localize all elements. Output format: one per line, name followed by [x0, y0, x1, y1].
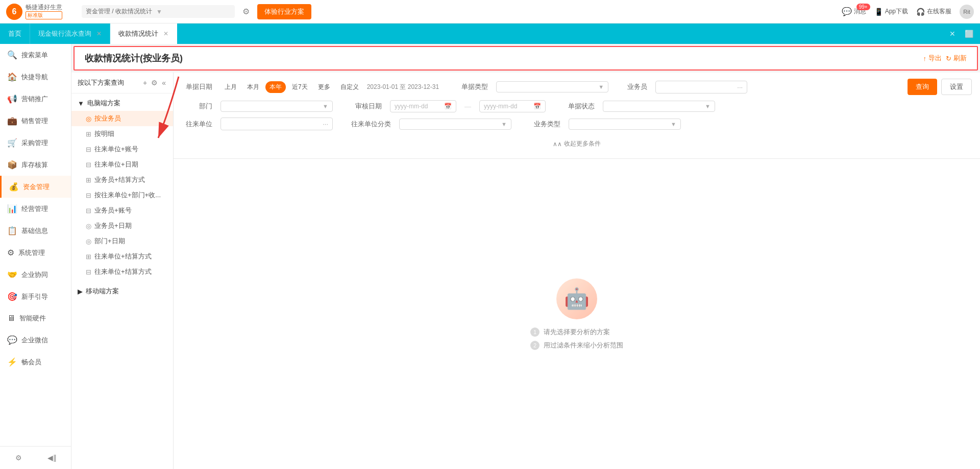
sidebar-item-sales[interactable]: 💼 销售管理 — [0, 110, 71, 132]
purchase-icon: 🛒 — [7, 138, 17, 148]
counterpart-category-label: 往来单位分类 — [351, 120, 391, 129]
counterpart-select[interactable]: ··· — [220, 118, 333, 130]
settings-icon[interactable]: ⚙ — [239, 5, 253, 19]
system-icon: ⚙ — [7, 248, 14, 257]
sidebar-item-inventory[interactable]: 📦 库存核算 — [0, 154, 71, 176]
scheme-settings-button[interactable]: ⚙ — [150, 78, 159, 88]
filter-settings-button[interactable]: 设置 — [941, 79, 972, 95]
tab-home[interactable]: 首页 — [0, 24, 30, 44]
app-download-button[interactable]: 📱 App下载 — [874, 7, 908, 16]
dept-chevron: ▼ — [323, 103, 328, 109]
logo-icon: 6 — [6, 4, 22, 20]
calendar-icon: 📅 — [444, 103, 452, 110]
tree-item-by-salesperson[interactable]: ◎ 按业务员 — [71, 111, 173, 126]
message-button[interactable]: 💬 99+ 消息 — [842, 7, 866, 16]
salesperson-label: 业务员 — [617, 82, 647, 91]
sp-date-icon: ◎ — [86, 222, 91, 230]
date-tab-7days[interactable]: 近7天 — [288, 81, 312, 93]
cp-date-icon: ⊟ — [86, 161, 91, 169]
sidebar-item-shortcut[interactable]: 🏠 快捷导航 — [0, 66, 71, 88]
audit-date-from[interactable]: yyyy-mm-dd 📅 — [390, 100, 456, 112]
voucher-type-select[interactable]: ▼ — [496, 81, 608, 92]
dept-select[interactable]: ▼ — [220, 101, 333, 112]
sidebar-item-basic[interactable]: 📋 基础信息 — [0, 220, 71, 242]
avatar[interactable]: Rit — [960, 5, 974, 19]
page-actions: ↑ 导出 ↻ 刷新 — [923, 54, 967, 63]
tab-close-window[interactable]: ✕ — [945, 27, 960, 41]
home-icon: 🏠 — [7, 72, 17, 82]
tree-item-counterpart-settle2[interactable]: ⊟ 往来单位+结算方式 — [71, 264, 173, 279]
tab-maximize[interactable]: ⬜ — [962, 27, 976, 41]
sidebar-item-member[interactable]: ⚡ 畅会员 — [0, 351, 71, 373]
basic-icon: 📋 — [7, 226, 17, 236]
tree-item-salesperson-settle[interactable]: ⊞ 业务员+结算方式 — [71, 172, 173, 187]
collapse-button[interactable]: ∧∧ 收起更多条件 — [182, 135, 972, 152]
sidebar-item-guide[interactable]: 🎯 新手引导 — [0, 286, 71, 308]
filter-actions: 查询 设置 — [908, 79, 972, 95]
left-panel: 按以下方案查询 + ⚙ « ▼ 电脑端方案 ◎ 按业务员 — [71, 73, 174, 469]
panel-inner: 按以下方案查询 + ⚙ « ▼ 电脑端方案 ◎ 按业务员 — [71, 73, 980, 469]
tab-bank-close[interactable]: ✕ — [96, 30, 102, 37]
mobile-group-header[interactable]: ▶ 移动端方案 — [71, 284, 173, 299]
date-tab-custom[interactable]: 自定义 — [336, 81, 363, 93]
tree-item-salesperson-account[interactable]: ⊟ 业务员+账号 — [71, 203, 173, 218]
voucher-status-select[interactable]: ▼ — [603, 101, 715, 112]
tab-right-buttons: ✕ ⬜ — [945, 27, 980, 41]
online-service-button[interactable]: 🎧 在线客服 — [916, 7, 951, 16]
trial-button[interactable]: 体验行业方案 — [257, 4, 311, 19]
sidebar-settings-btn[interactable]: ⚙ — [4, 451, 34, 465]
desktop-group: ▼ 电脑端方案 ◎ 按业务员 ⊞ 按明细 ⊟ 往来单位+账号 — [71, 93, 173, 282]
page-title: 收款情况统计(按业务员) — [85, 52, 183, 64]
tab-bank[interactable]: 现金银行流水查询 ✕ — [30, 24, 110, 44]
export-button[interactable]: ↑ 导出 — [923, 54, 942, 63]
sidebar-item-system[interactable]: ⚙ 系统管理 — [0, 242, 71, 264]
tab-receipt-close[interactable]: ✕ — [163, 30, 168, 37]
logo-area: 6 畅捷通好生意 标准版 — [6, 4, 78, 20]
dept-date-icon: ◎ — [86, 238, 91, 245]
breadcrumb[interactable]: 资金管理 / 收款情况统计 ▼ — [82, 5, 235, 18]
date-separator: — — [464, 103, 471, 110]
date-tab-this-month[interactable]: 本月 — [243, 81, 263, 93]
tree-item-counterpart-settle1[interactable]: ⊞ 往来单位+结算方式 — [71, 249, 173, 264]
sidebar-item-finance[interactable]: 💰 资金管理 — [0, 176, 71, 198]
sidebar-item-wechat[interactable]: 💬 企业微信 — [0, 329, 71, 351]
counterpart-label: 往来单位 — [182, 120, 212, 129]
salesperson-select[interactable]: ··· — [655, 81, 747, 93]
sidebar-item-corp[interactable]: 🤝 企业协同 — [0, 264, 71, 286]
tree-item-counterpart-dept[interactable]: ⊟ 按往来单位+部门+收... — [71, 187, 173, 203]
audit-date-label: 审核日期 — [351, 102, 382, 111]
tree-item-salesperson-date[interactable]: ◎ 业务员+日期 — [71, 218, 173, 233]
sidebar-collapse-btn[interactable]: ◀‖ — [38, 451, 67, 465]
sidebar-item-marketing[interactable]: 📢 营销推广 — [0, 88, 71, 110]
counterpart-category-select[interactable]: ▼ — [399, 119, 511, 130]
sidebar-item-operation[interactable]: 📊 经营管理 — [0, 198, 71, 220]
audit-date-to[interactable]: yyyy-mm-dd 📅 — [479, 100, 546, 112]
collapse-arrow-icon: ∧∧ — [553, 140, 562, 148]
date-tab-more[interactable]: 更多 — [314, 81, 334, 93]
add-scheme-button[interactable]: + — [142, 78, 148, 88]
sidebar-item-hardware[interactable]: 🖥 智能硬件 — [0, 308, 71, 329]
message-badge: 99+ — [856, 4, 870, 10]
tree-item-counterpart-date[interactable]: ⊟ 往来单位+日期 — [71, 157, 173, 172]
sidebar: 🔍 搜索菜单 🏠 快捷导航 📢 营销推广 💼 销售管理 🛒 采购管理 📦 库存核… — [0, 44, 71, 469]
app-version: 标准版 — [26, 11, 62, 19]
sidebar-item-purchase[interactable]: 🛒 采购管理 — [0, 132, 71, 154]
panel-collapse-button[interactable]: « — [161, 78, 167, 88]
tree-item-dept-date[interactable]: ◎ 部门+日期 — [71, 233, 173, 249]
cp-settle1-icon: ⊞ — [86, 253, 91, 261]
cp-account-icon: ⊟ — [86, 146, 91, 153]
biz-type-select[interactable]: ▼ — [569, 119, 681, 130]
tree-item-by-detail[interactable]: ⊞ 按明细 — [71, 126, 173, 142]
app-name: 畅捷通好生意 — [26, 4, 62, 11]
sidebar-item-search[interactable]: 🔍 搜索菜单 — [0, 44, 71, 66]
filter-row-3: 往来单位 ··· 往来单位分类 ▼ 业务类型 ▼ — [182, 118, 972, 130]
refresh-button[interactable]: ↻ 刷新 — [946, 54, 967, 63]
tab-receipt[interactable]: 收款情况统计 ✕ — [110, 24, 177, 44]
desktop-group-header[interactable]: ▼ 电脑端方案 — [71, 96, 173, 111]
breadcrumb-chevron: ▼ — [156, 8, 162, 15]
date-tab-this-year[interactable]: 本年 — [265, 81, 286, 93]
date-tab-last-month[interactable]: 上月 — [220, 81, 241, 93]
query-button[interactable]: 查询 — [908, 79, 937, 95]
tree-item-counterpart-account[interactable]: ⊟ 往来单位+账号 — [71, 142, 173, 157]
filter-row-1: 单据日期 上月 本月 本年 近7天 更多 自定义 2023-01-01 至 20… — [182, 79, 972, 95]
